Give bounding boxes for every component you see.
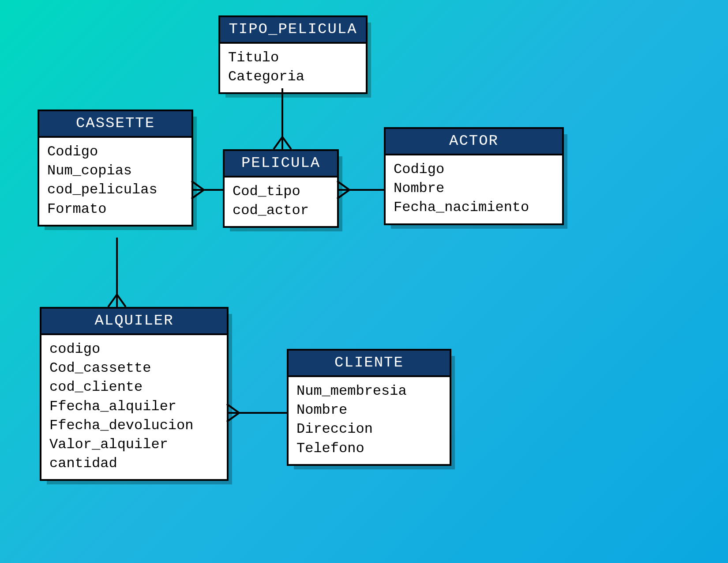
entity-attribute: Formato bbox=[47, 200, 184, 219]
entity-attribute: Telefono bbox=[296, 439, 442, 458]
entity-attribute: Codigo bbox=[47, 142, 184, 161]
entity-header: PELICULA bbox=[225, 151, 337, 178]
entity-cassette: CASSETTE Codigo Num_copias cod_peliculas… bbox=[38, 110, 193, 227]
entity-body: codigo Cod_cassette cod_cliente Ffecha_a… bbox=[41, 335, 227, 479]
entity-attribute: Fecha_nacimiento bbox=[394, 198, 554, 217]
entity-attribute: cod_peliculas bbox=[47, 180, 184, 199]
entity-body: Codigo Nombre Fecha_nacimiento bbox=[386, 155, 562, 223]
entity-attribute: Cod_cassette bbox=[49, 359, 219, 378]
entity-actor: ACTOR Codigo Nombre Fecha_nacimiento bbox=[384, 127, 564, 225]
entity-body: Cod_tipo cod_actor bbox=[225, 178, 337, 226]
entity-body: Num_membresia Nombre Direccion Telefono bbox=[289, 377, 450, 464]
entity-attribute: cantidad bbox=[49, 454, 219, 473]
entity-attribute: Cod_tipo bbox=[233, 182, 329, 201]
entity-pelicula: PELICULA Cod_tipo cod_actor bbox=[223, 149, 339, 228]
entity-attribute: cod_actor bbox=[233, 201, 329, 220]
entity-header: TIPO_PELICULA bbox=[220, 17, 366, 44]
entity-attribute: Valor_alquiler bbox=[49, 435, 219, 454]
entity-attribute: Num_membresia bbox=[296, 382, 442, 401]
entity-alquiler: ALQUILER codigo Cod_cassette cod_cliente… bbox=[40, 307, 229, 481]
entity-attribute: Num_copias bbox=[47, 161, 184, 180]
entity-attribute: Categoria bbox=[228, 67, 358, 86]
entity-header: ACTOR bbox=[386, 129, 562, 155]
entity-attribute: Ffecha_alquiler bbox=[49, 397, 219, 416]
entity-attribute: codigo bbox=[49, 340, 219, 359]
entity-attribute: Direccion bbox=[296, 419, 442, 438]
entity-header: CLIENTE bbox=[289, 351, 450, 377]
entity-body: Codigo Num_copias cod_peliculas Formato bbox=[39, 138, 191, 225]
entity-attribute: Nombre bbox=[296, 401, 442, 419]
entity-body: Titulo Categoria bbox=[220, 44, 366, 92]
entity-header: ALQUILER bbox=[41, 309, 227, 335]
entity-attribute: Ffecha_devolucion bbox=[49, 416, 219, 435]
entity-cliente: CLIENTE Num_membresia Nombre Direccion T… bbox=[287, 349, 451, 466]
entity-tipo-pelicula: TIPO_PELICULA Titulo Categoria bbox=[218, 15, 368, 94]
entity-header: CASSETTE bbox=[39, 111, 191, 138]
entity-attribute: cod_cliente bbox=[49, 378, 219, 397]
entity-attribute: Titulo bbox=[228, 48, 358, 67]
entity-attribute: Codigo bbox=[394, 160, 554, 179]
entity-attribute: Nombre bbox=[394, 179, 554, 198]
